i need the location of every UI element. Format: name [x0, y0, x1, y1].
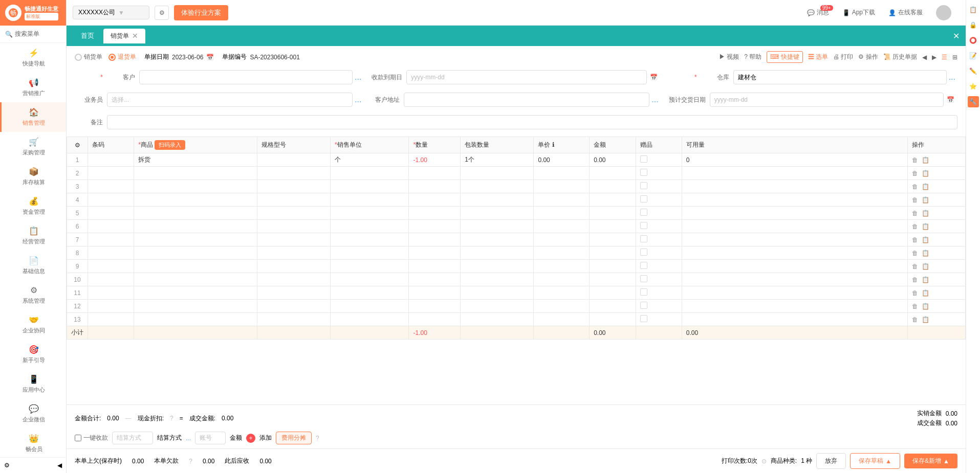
save-draft-button[interactable]: 保存草稿 ▲	[850, 453, 900, 469]
cell-pack-qty[interactable]	[461, 313, 534, 326]
delete-icon[interactable]: 🗑	[912, 183, 918, 190]
tab-home[interactable]: 首页	[73, 27, 102, 44]
cell-unit[interactable]	[330, 313, 409, 326]
sidebar-item-inventory[interactable]: 📦 库存核算	[0, 162, 66, 191]
sidebar-item-base[interactable]: 📄 基础信息	[0, 251, 66, 280]
cell-price[interactable]	[534, 180, 590, 193]
cell-gift[interactable]	[636, 260, 682, 273]
cell-spec[interactable]	[257, 193, 330, 207]
expense-help-icon[interactable]: ?	[316, 435, 319, 442]
cell-gift[interactable]	[636, 273, 682, 286]
app-download-button[interactable]: 📱 App下载	[842, 8, 875, 17]
cell-qty[interactable]	[409, 246, 461, 260]
list-view-btn[interactable]: ☰	[942, 54, 947, 61]
sidebar-item-sales[interactable]: 🏠 销售管理	[0, 102, 66, 132]
cell-barcode[interactable]	[88, 233, 134, 246]
online-service-button[interactable]: 👤 在线客服	[888, 8, 923, 17]
gift-checkbox[interactable]	[640, 275, 647, 282]
shortcut-btn[interactable]: ⌨ 快捷键	[767, 51, 802, 63]
cell-spec[interactable]	[257, 286, 330, 300]
copy-icon[interactable]: 📋	[922, 263, 929, 270]
cell-unit[interactable]: 个	[330, 153, 409, 167]
cell-qty[interactable]	[409, 273, 461, 286]
right-tool-lock[interactable]: 🔒	[968, 19, 979, 31]
operate-btn[interactable]: ⚙ 操作	[858, 53, 878, 61]
cell-spec[interactable]	[257, 246, 330, 260]
tab-close-icon[interactable]: ✕	[132, 32, 138, 40]
cell-amount[interactable]	[590, 273, 636, 286]
right-tool-pencil[interactable]: ✏️	[968, 65, 979, 77]
cell-amount[interactable]	[590, 313, 636, 326]
copy-icon[interactable]: 📋	[922, 196, 929, 204]
cell-pack-qty[interactable]	[461, 286, 534, 300]
cell-qty[interactable]	[409, 207, 461, 220]
product-type-icon[interactable]: ⊙	[761, 458, 767, 465]
cell-barcode[interactable]	[88, 313, 134, 326]
col-settings-header[interactable]: ⚙	[67, 137, 88, 153]
sidebar-item-member[interactable]: 👑 畅会员	[0, 429, 66, 457]
copy-icon[interactable]: 📋	[922, 250, 929, 257]
gift-checkbox[interactable]	[640, 288, 647, 296]
cell-gift[interactable]	[636, 220, 682, 233]
gift-checkbox[interactable]	[640, 315, 647, 322]
cell-amount[interactable]	[590, 246, 636, 260]
customer-more-icon[interactable]: ...	[353, 73, 363, 82]
cell-barcode[interactable]	[88, 220, 134, 233]
cell-gift[interactable]	[636, 193, 682, 207]
delete-icon[interactable]: 🗑	[912, 263, 918, 270]
delete-icon[interactable]: 🗑	[912, 196, 918, 204]
sidebar-item-finance[interactable]: 💰 资金管理	[0, 191, 66, 221]
scan-button[interactable]: 扫码录入	[155, 140, 185, 150]
note-input[interactable]	[107, 115, 957, 129]
cell-product[interactable]	[134, 260, 257, 273]
discount-help-icon[interactable]: ?	[170, 415, 173, 422]
copy-icon[interactable]: 📋	[922, 156, 929, 164]
cell-product[interactable]	[134, 207, 257, 220]
cell-pack-qty[interactable]	[461, 207, 534, 220]
right-tool-active[interactable]: 🔧	[968, 96, 979, 107]
cell-price[interactable]	[534, 233, 590, 246]
sidebar-bottom-gear[interactable]: ⚙	[4, 462, 10, 469]
radio-return[interactable]: 退货单	[108, 53, 136, 61]
cell-pack-qty[interactable]	[461, 260, 534, 273]
calendar-icon[interactable]: 📅	[206, 54, 214, 61]
cell-product[interactable]	[134, 193, 257, 207]
gift-checkbox[interactable]	[640, 302, 647, 309]
cell-spec[interactable]	[257, 260, 330, 273]
sidebar-item-operations[interactable]: 📋 经营管理	[0, 221, 66, 251]
right-tool-clipboard[interactable]: 📋	[968, 4, 979, 15]
cell-pack-qty[interactable]	[461, 300, 534, 313]
prev-btn[interactable]: ◀	[922, 54, 927, 61]
cell-price[interactable]	[534, 193, 590, 207]
warehouse-input[interactable]: 建材仓	[733, 70, 947, 84]
expense-split-button[interactable]: 费用分摊	[276, 432, 312, 444]
cell-product[interactable]	[134, 300, 257, 313]
cell-barcode[interactable]	[88, 286, 134, 300]
cell-barcode[interactable]	[88, 153, 134, 167]
copy-icon[interactable]: 📋	[922, 236, 929, 243]
cell-spec[interactable]	[257, 153, 330, 167]
cell-unit[interactable]	[330, 207, 409, 220]
cell-price[interactable]	[534, 286, 590, 300]
delete-icon[interactable]: 🗑	[912, 210, 918, 217]
cell-qty[interactable]	[409, 286, 461, 300]
cell-gift[interactable]	[636, 207, 682, 220]
cell-qty[interactable]	[409, 180, 461, 193]
gift-checkbox[interactable]	[640, 182, 647, 189]
cell-gift[interactable]	[636, 233, 682, 246]
cell-qty[interactable]	[409, 300, 461, 313]
add-payment-button[interactable]: +	[246, 434, 255, 443]
print-btn[interactable]: 🖨 打印	[833, 53, 853, 61]
copy-icon[interactable]: 📋	[922, 316, 929, 323]
cell-amount[interactable]	[590, 167, 636, 180]
help-btn[interactable]: ? 帮助	[744, 53, 761, 61]
cell-spec[interactable]	[257, 313, 330, 326]
cell-pack-qty[interactable]	[461, 220, 534, 233]
cell-product[interactable]	[134, 313, 257, 326]
cell-qty[interactable]	[409, 260, 461, 273]
cell-amount[interactable]	[590, 233, 636, 246]
topbar-gear-button[interactable]: ⚙	[155, 6, 169, 20]
cell-barcode[interactable]	[88, 246, 134, 260]
cell-pack-qty[interactable]	[461, 233, 534, 246]
customer-input[interactable]	[139, 70, 353, 84]
